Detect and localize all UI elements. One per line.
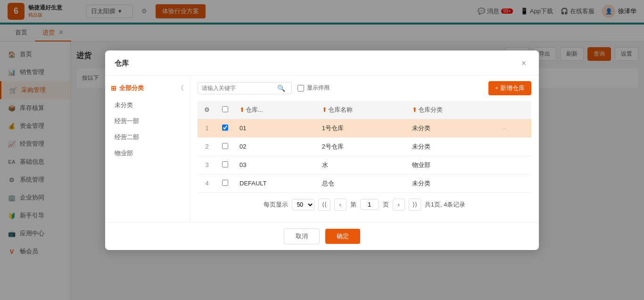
- search-input[interactable]: [202, 85, 277, 92]
- warehouse-table-wrap: ⚙ ⬆仓库... ⬆仓库名称 ⬆仓库分类 1 01 1号仓库 未分: [198, 101, 531, 193]
- row-category-1: 未分类: [406, 137, 496, 156]
- warehouse-table: ⚙ ⬆仓库... ⬆仓库名称 ⬆仓库分类 1 01 1号仓库 未分: [198, 101, 531, 193]
- row-name-3: 总仓: [316, 174, 406, 192]
- row-checkbox-3[interactable]: [222, 180, 228, 186]
- category-sidebar: ⊞ 全部分类 《 未分类 经营一部 经营二部 物业部: [105, 75, 190, 222]
- th-check: [216, 101, 234, 119]
- th-category: ⬆仓库分类: [406, 101, 496, 119]
- row-code-3: DEFAULT: [234, 174, 316, 192]
- cat-ops1[interactable]: 经营一部: [105, 113, 190, 129]
- th-name: ⬆仓库名称: [316, 101, 406, 119]
- select-all-checkbox[interactable]: [222, 106, 228, 112]
- row-code-0: 01: [234, 119, 316, 137]
- th-code: ⬆仓库...: [234, 101, 316, 119]
- search-icon: 🔍: [277, 84, 285, 92]
- first-page-btn[interactable]: ⟨⟨: [318, 199, 330, 211]
- modal-overlay: 仓库 × ⊞ 全部分类 《 未分类 经营一部 经营二部 物业部: [0, 0, 644, 300]
- row-checkbox-1[interactable]: [222, 143, 228, 149]
- cancel-btn[interactable]: 取消: [284, 228, 320, 244]
- th-gear: ⚙: [198, 101, 216, 119]
- confirm-btn[interactable]: 确定: [325, 229, 360, 244]
- row-more-2[interactable]: [496, 156, 531, 174]
- category-header: ⊞ 全部分类 《: [105, 81, 190, 97]
- th-more: [496, 101, 531, 119]
- row-check-0[interactable]: [216, 119, 234, 137]
- dialog-toolbar: 🔍 显示停用 + 新增仓库: [198, 81, 531, 95]
- sort-icon-cat: ⬆: [412, 106, 417, 113]
- row-num-2: 3: [198, 156, 216, 174]
- row-check-1[interactable]: [216, 137, 234, 156]
- show-disabled-label[interactable]: 显示停用: [297, 84, 330, 92]
- cat-property[interactable]: 物业部: [105, 145, 190, 161]
- row-more-3[interactable]: [496, 174, 531, 192]
- row-more-0[interactable]: ···: [496, 119, 531, 137]
- pagination: 每页显示 50 ⟨⟨ ‹ 第 页 › ⟩⟩ 共1页, 4条记录: [198, 193, 531, 217]
- grid-icon: ⊞: [111, 84, 116, 92]
- page-number-input[interactable]: [360, 199, 379, 210]
- add-warehouse-btn[interactable]: + 新增仓库: [488, 81, 531, 95]
- row-category-0: 未分类: [406, 119, 496, 137]
- table-row[interactable]: 4 DEFAULT 总仓 未分类: [198, 174, 531, 192]
- row-num-3: 4: [198, 174, 216, 192]
- show-disabled-checkbox[interactable]: [297, 85, 304, 92]
- page-label: 第: [350, 200, 356, 209]
- sort-icon-name: ⬆: [322, 106, 327, 113]
- cat-unclassified[interactable]: 未分类: [105, 97, 190, 113]
- per-page-select[interactable]: 50: [292, 199, 314, 210]
- row-check-2[interactable]: [216, 156, 234, 174]
- table-header-row: ⚙ ⬆仓库... ⬆仓库名称 ⬆仓库分类: [198, 101, 531, 119]
- dialog-title: 仓库: [115, 59, 129, 68]
- dialog-close-icon[interactable]: ×: [518, 58, 529, 69]
- row-name-1: 2号仓库: [316, 137, 406, 156]
- table-row[interactable]: 2 02 2号仓库 未分类: [198, 137, 531, 156]
- page-suffix: 页: [383, 200, 389, 209]
- row-num-1: 2: [198, 137, 216, 156]
- row-checkbox-0[interactable]: [222, 125, 228, 131]
- next-page-btn[interactable]: ›: [393, 199, 405, 211]
- more-icon-0[interactable]: ···: [502, 125, 507, 132]
- gear-th-icon: ⚙: [204, 106, 210, 113]
- collapse-icon[interactable]: 《: [177, 84, 184, 92]
- dialog-main: 🔍 显示停用 + 新增仓库 ⚙: [190, 75, 539, 222]
- warehouse-tbody: 1 01 1号仓库 未分类 ··· 2 02 2号仓库 未分类 3 03 水 物…: [198, 119, 531, 192]
- sort-icon-code: ⬆: [239, 106, 245, 113]
- table-row[interactable]: 3 03 水 物业部: [198, 156, 531, 174]
- dialog-footer: 取消 确定: [105, 222, 539, 250]
- row-category-2: 物业部: [406, 156, 496, 174]
- total-info: 共1页, 4条记录: [425, 200, 466, 209]
- prev-page-btn[interactable]: ‹: [334, 199, 347, 211]
- cat-ops2[interactable]: 经营二部: [105, 129, 190, 145]
- row-code-1: 02: [234, 137, 316, 156]
- row-check-3[interactable]: [216, 174, 234, 192]
- per-page-label: 每页显示: [264, 200, 288, 209]
- row-category-3: 未分类: [406, 174, 496, 192]
- row-code-2: 03: [234, 156, 316, 174]
- row-checkbox-2[interactable]: [222, 161, 228, 167]
- last-page-btn[interactable]: ⟩⟩: [409, 199, 421, 211]
- dialog-header: 仓库 ×: [105, 50, 539, 75]
- warehouse-dialog: 仓库 × ⊞ 全部分类 《 未分类 经营一部 经营二部 物业部: [105, 50, 539, 250]
- row-name-2: 水: [316, 156, 406, 174]
- all-categories-label[interactable]: ⊞ 全部分类: [111, 84, 144, 92]
- table-row[interactable]: 1 01 1号仓库 未分类 ···: [198, 119, 531, 137]
- row-num-0: 1: [198, 119, 216, 137]
- row-name-0: 1号仓库: [316, 119, 406, 137]
- search-box: 🔍: [198, 82, 292, 94]
- row-more-1[interactable]: [496, 137, 531, 156]
- dialog-body: ⊞ 全部分类 《 未分类 经营一部 经营二部 物业部 🔍: [105, 75, 539, 222]
